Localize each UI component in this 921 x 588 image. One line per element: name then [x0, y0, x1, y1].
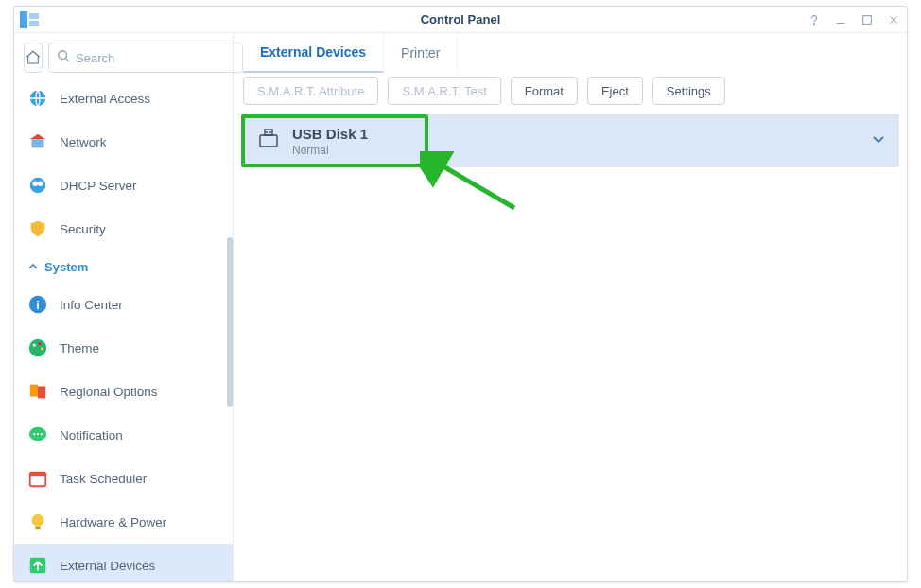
sidebar-section-system[interactable]: System [14, 251, 233, 283]
sidebar-item-label: Hardware & Power [60, 515, 166, 529]
device-name: USB Disk 1 [292, 126, 368, 142]
sidebar-item-label: Regional Options [60, 385, 158, 399]
palette-icon [27, 337, 48, 358]
home-button[interactable] [24, 43, 43, 73]
sidebar-item-theme[interactable]: Theme [14, 326, 233, 370]
svg-point-20 [41, 347, 43, 350]
svg-rect-33 [265, 130, 272, 135]
device-status: Normal [292, 144, 368, 157]
svg-line-9 [66, 59, 70, 62]
sidebar-item-label: Task Scheduler [60, 472, 147, 486]
eject-button[interactable]: Eject [587, 77, 643, 105]
section-label: System [44, 260, 88, 274]
help-button[interactable] [807, 12, 822, 27]
svg-rect-5 [863, 16, 872, 25]
svg-point-18 [33, 344, 36, 347]
svg-rect-0 [20, 11, 27, 28]
smart-test-button[interactable]: S.M.A.R.T. Test [388, 77, 500, 105]
search-field[interactable] [48, 43, 243, 73]
sidebar-scrollbar[interactable] [227, 237, 233, 407]
flags-icon [27, 381, 48, 402]
globe-icon [27, 88, 48, 109]
svg-rect-28 [30, 473, 46, 477]
svg-point-12 [30, 178, 46, 194]
svg-rect-2 [29, 21, 39, 26]
titlebar: Control Panel [14, 7, 907, 33]
usb-icon [256, 127, 281, 155]
bulb-icon [27, 511, 48, 532]
shield-icon [27, 218, 48, 239]
window-body: External Access Network DHCP Server Secu… [14, 33, 907, 581]
svg-point-14 [38, 181, 43, 186]
svg-rect-11 [32, 139, 44, 147]
app-icon [18, 9, 41, 30]
maximize-button[interactable] [860, 12, 875, 27]
smart-attribute-button[interactable]: S.M.A.R.T. Attribute [243, 77, 378, 105]
svg-point-17 [29, 339, 46, 356]
device-row-usb-disk-1[interactable]: USB Disk 1 Normal [241, 114, 899, 167]
svg-rect-21 [30, 385, 38, 397]
sidebar-top [14, 33, 233, 77]
svg-rect-22 [38, 387, 45, 399]
tab-external-devices[interactable]: External Devices [243, 33, 384, 73]
svg-rect-32 [260, 135, 277, 147]
chevron-down-icon[interactable] [871, 131, 886, 150]
window-title: Control Panel [14, 12, 907, 26]
sidebar-item-label: Network [60, 135, 107, 149]
window-controls [807, 7, 901, 33]
svg-point-24 [33, 433, 35, 435]
tabs: External Devices Printer [234, 33, 907, 73]
close-button[interactable] [886, 12, 901, 27]
svg-rect-1 [29, 13, 39, 19]
control-panel-window: Control Panel [13, 6, 908, 582]
sidebar-nav: External Access Network DHCP Server Secu… [14, 77, 233, 581]
sidebar: External Access Network DHCP Server Secu… [14, 33, 234, 581]
main-panel: External Devices Printer S.M.A.R.T. Attr… [234, 33, 907, 581]
sidebar-item-label: Security [60, 222, 106, 236]
device-list: USB Disk 1 Normal [234, 114, 907, 167]
sidebar-item-regional-options[interactable]: Regional Options [14, 370, 233, 413]
sidebar-item-dhcp-server[interactable]: DHCP Server [14, 164, 233, 207]
sidebar-item-label: Theme [60, 341, 99, 355]
chevron-up-icon [27, 261, 39, 272]
search-input[interactable] [76, 51, 235, 65]
svg-point-25 [37, 433, 39, 435]
sidebar-item-label: External Access [60, 92, 150, 106]
toolbar: S.M.A.R.T. Attribute S.M.A.R.T. Test For… [234, 73, 907, 114]
sidebar-item-security[interactable]: Security [14, 207, 233, 251]
tab-printer[interactable]: Printer [384, 33, 458, 73]
device-row-highlight: USB Disk 1 Normal [241, 114, 428, 167]
sidebar-item-label: Notification [60, 428, 123, 442]
search-icon [57, 49, 70, 66]
sidebar-item-label: External Devices [60, 559, 155, 573]
sidebar-item-external-devices[interactable]: External Devices [14, 544, 233, 581]
sidebar-item-label: DHCP Server [60, 179, 137, 193]
svg-point-26 [40, 433, 42, 435]
chat-icon [27, 424, 48, 445]
minimize-button[interactable] [833, 12, 848, 27]
network-icon [27, 131, 48, 152]
sidebar-item-external-access[interactable]: External Access [14, 77, 233, 120]
sidebar-item-hardware-power[interactable]: Hardware & Power [14, 500, 233, 544]
svg-point-8 [59, 51, 67, 60]
sidebar-item-label: Info Center [60, 298, 123, 312]
dhcp-icon [27, 175, 48, 196]
device-text: USB Disk 1 Normal [292, 126, 368, 157]
format-button[interactable]: Format [511, 77, 578, 105]
svg-text:i: i [36, 298, 40, 312]
svg-point-29 [32, 514, 44, 527]
info-icon: i [27, 294, 48, 315]
sidebar-item-task-scheduler[interactable]: Task Scheduler [14, 457, 233, 500]
sidebar-item-info-center[interactable]: i Info Center [14, 283, 233, 326]
upload-icon [27, 555, 48, 576]
svg-point-3 [813, 24, 814, 25]
svg-point-19 [38, 342, 41, 345]
settings-button[interactable]: Settings [652, 77, 725, 105]
calendar-icon [27, 468, 48, 489]
svg-point-13 [33, 181, 39, 186]
sidebar-item-notification[interactable]: Notification [14, 413, 233, 457]
svg-rect-30 [35, 527, 41, 530]
sidebar-item-network[interactable]: Network [14, 120, 233, 164]
